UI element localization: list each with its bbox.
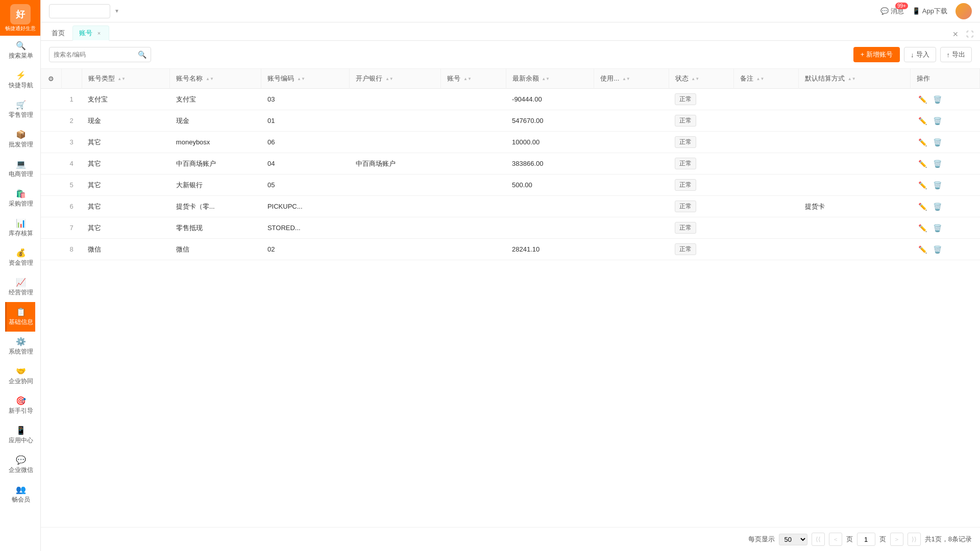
inventory-calc-icon: 📊 (9, 218, 33, 228)
row-name-4: 大新银行 (170, 174, 261, 196)
row-settings-4 (41, 174, 61, 196)
app-logo: 好 畅捷通好生意 (0, 0, 40, 36)
page-of-label: 页 (879, 535, 886, 544)
status-badge-4: 正常 (675, 179, 696, 191)
search-icon: 🔍 (138, 51, 146, 59)
message-button[interactable]: 💬 消息 99+ (880, 7, 904, 16)
tab-home[interactable]: 首页 (45, 25, 71, 40)
wholesale-mgmt-icon: 📦 (9, 130, 33, 139)
row-usage-4 (594, 174, 669, 196)
row-type-1: 现金 (82, 110, 170, 132)
col-no-header (61, 69, 82, 89)
sidebar-item-purchase-mgmt[interactable]: 🛍️ 采购管理 (5, 184, 35, 213)
page-content: 🔍 + 新增账号 ↓ 导入 ↑ 导出 (41, 41, 980, 551)
col-usage-header[interactable]: 使用... ▲▼ (594, 69, 669, 89)
col-code-header[interactable]: 账号编码 ▲▼ (261, 69, 350, 89)
app-download-button[interactable]: 📱 App下载 (912, 7, 947, 16)
sidebar-item-fund-mgmt[interactable]: 💰 资金管理 (5, 243, 35, 272)
delete-button-1[interactable]: 🗑️ (931, 116, 944, 126)
row-bank-3: 中百商场账户 (350, 153, 441, 174)
col-bank-header[interactable]: 开户银行 ▲▼ (350, 69, 441, 89)
row-default-settlement-0 (799, 89, 911, 110)
tab-account[interactable]: 账号× (72, 26, 109, 41)
page-number-input[interactable] (857, 533, 875, 546)
tab-account-close[interactable]: × (95, 30, 103, 37)
row-balance-5 (506, 196, 594, 217)
import-button[interactable]: ↓ 导入 (904, 47, 936, 62)
col-name-header[interactable]: 账号名称 ▲▼ (170, 69, 261, 89)
ecommerce-mgmt-label: 电商管理 (9, 170, 33, 179)
dropdown-arrow-icon[interactable]: ▼ (114, 8, 119, 14)
row-bank-0 (350, 89, 441, 110)
search-box[interactable]: 🔍 (49, 47, 151, 62)
col-type-header[interactable]: 账号类型 ▲▼ (82, 69, 170, 89)
sidebar-item-wholesale-mgmt[interactable]: 📦 批发管理 (5, 124, 35, 154)
sidebar-item-new-guide[interactable]: 🎯 新手引导 (5, 391, 35, 420)
delete-button-7[interactable]: 🗑️ (931, 244, 944, 255)
edit-button-7[interactable]: ✏️ (916, 244, 929, 255)
top-search-input[interactable] (49, 4, 110, 18)
delete-button-2[interactable]: 🗑️ (931, 137, 944, 147)
add-account-button[interactable]: + 新增账号 (853, 47, 900, 62)
sidebar-item-member[interactable]: 👥 畅会员 (5, 480, 35, 509)
row-code-5: PICKUPC... (261, 196, 350, 217)
next-page-button[interactable]: ＞ (890, 533, 903, 546)
app-name: 畅捷通好生意 (5, 26, 36, 32)
row-code-3: 04 (261, 153, 350, 174)
sidebar-item-app-center[interactable]: 📱 应用中心 (5, 420, 35, 450)
user-avatar[interactable] (955, 3, 972, 19)
edit-button-6[interactable]: ✏️ (916, 223, 929, 233)
sidebar-item-inventory-calc[interactable]: 📊 库存核算 (5, 213, 35, 243)
row-default-settlement-5: 提货卡 (799, 196, 911, 217)
close-tab-button[interactable]: ✕ (949, 28, 962, 40)
operations-mgmt-label: 经营管理 (9, 288, 33, 297)
sidebar-item-quick-nav[interactable]: ⚡ 快捷导航 (5, 65, 35, 95)
prev-page-button[interactable]: ＜ (829, 533, 842, 546)
edit-button-1[interactable]: ✏️ (916, 116, 929, 126)
col-default-settlement-header[interactable]: 默认结算方式 ▲▼ (799, 69, 911, 89)
delete-button-3[interactable]: 🗑️ (931, 159, 944, 169)
edit-button-4[interactable]: ✏️ (916, 180, 929, 190)
sidebar-item-ecommerce-mgmt[interactable]: 💻 电商管理 (5, 154, 35, 184)
col-account-header[interactable]: 账号 ▲▼ (441, 69, 506, 89)
edit-button-5[interactable]: ✏️ (916, 202, 929, 212)
edit-button-0[interactable]: ✏️ (916, 94, 929, 105)
edit-button-2[interactable]: ✏️ (916, 137, 929, 147)
col-settings-header[interactable]: ⚙ (41, 69, 61, 89)
delete-button-5[interactable]: 🗑️ (931, 202, 944, 212)
row-type-3: 其它 (82, 153, 170, 174)
row-name-7: 微信 (170, 239, 261, 260)
export-button[interactable]: ↑ 导出 (940, 47, 972, 62)
col-remark-header[interactable]: 备注 ▲▼ (733, 69, 798, 89)
page-size-select[interactable]: 50 10 20 100 (779, 534, 807, 545)
col-balance-header[interactable]: 最新余额 ▲▼ (506, 69, 594, 89)
table-row: 8 微信 微信 02 28241.10 正常 ✏️ 🗑️ (41, 239, 980, 260)
search-input[interactable] (54, 51, 138, 58)
sidebar-item-enterprise-wechat[interactable]: 💬 企业微信 (5, 450, 35, 480)
row-remark-6 (733, 217, 798, 239)
quick-nav-icon: ⚡ (9, 70, 33, 80)
edit-button-3[interactable]: ✏️ (916, 159, 929, 169)
sidebar-item-operations-mgmt[interactable]: 📈 经营管理 (5, 272, 35, 302)
enterprise-agreement-icon: 🤝 (9, 366, 33, 376)
download-icon: 📱 (912, 7, 920, 15)
sidebar-item-system-mgmt[interactable]: ⚙️ 系统管理 (5, 332, 35, 361)
row-actions-0: ✏️ 🗑️ (910, 89, 979, 110)
row-settings-0 (41, 89, 61, 110)
row-account-1 (441, 110, 506, 132)
delete-button-0[interactable]: 🗑️ (931, 94, 944, 105)
row-settings-1 (41, 110, 61, 132)
delete-button-4[interactable]: 🗑️ (931, 180, 944, 190)
row-code-4: 05 (261, 174, 350, 196)
maximize-tab-button[interactable]: ⛶ (964, 28, 976, 40)
first-page-button[interactable]: ⟨⟨ (812, 533, 825, 546)
sidebar-item-retail-mgmt[interactable]: 🛒 零售管理 (5, 95, 35, 124)
sidebar-item-search-menu[interactable]: 🔍 搜索菜单 (5, 36, 35, 65)
last-page-button[interactable]: ⟩⟩ (908, 533, 921, 546)
col-status-header[interactable]: 状态 ▲▼ (669, 69, 733, 89)
sidebar-item-basic-info[interactable]: 📋 基础信息 (5, 302, 35, 332)
row-settings-6 (41, 217, 61, 239)
row-bank-4 (350, 174, 441, 196)
sidebar-item-enterprise-agreement[interactable]: 🤝 企业协同 (5, 361, 35, 391)
delete-button-6[interactable]: 🗑️ (931, 223, 944, 233)
